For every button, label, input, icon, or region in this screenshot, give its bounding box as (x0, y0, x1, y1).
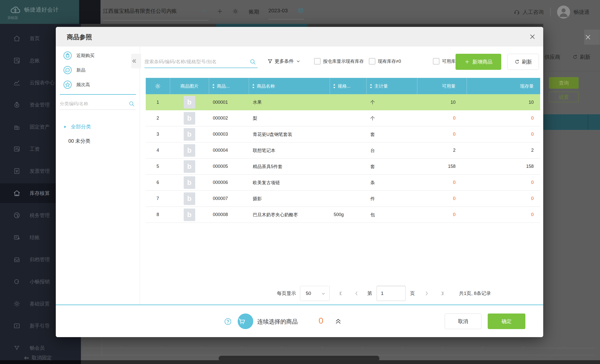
pin-collapse-icon (23, 355, 30, 361)
username[interactable]: 畅捷通 (574, 9, 589, 16)
checkbox[interactable] (369, 58, 375, 65)
column-header-name[interactable]: 商品名称 (249, 78, 330, 94)
add-product-button[interactable]: 新增商品 (456, 54, 501, 70)
company-selector[interactable]: 江西服宝精品有限责任公司内账 (103, 8, 209, 20)
product-spec (330, 126, 366, 142)
category-search-input[interactable] (60, 98, 136, 110)
sidebar-item-icon (13, 278, 21, 285)
first-page-button[interactable] (338, 290, 345, 297)
help-icon[interactable] (224, 317, 232, 326)
checkbox[interactable] (314, 58, 321, 65)
confirm-button[interactable]: 确定 (488, 314, 525, 329)
product-image-placeholder: b (184, 96, 195, 109)
sidebar-item-label: 库存核算 (30, 190, 50, 197)
product-name: 欧美复古项链 (249, 175, 330, 190)
topbar-gap (79, 0, 101, 24)
sidebar-item-icon (13, 322, 21, 330)
cloud-logo-icon (10, 5, 21, 16)
refresh-button[interactable]: 刷新 (507, 54, 539, 70)
table-row[interactable]: 2 b 000002 梨 个 0 0 (146, 110, 540, 126)
unpin-button[interactable]: 取消固定 (23, 354, 52, 361)
close-icon (584, 33, 592, 41)
gear-icon[interactable] (155, 83, 161, 89)
background-close-button[interactable] (584, 30, 600, 45)
cart-button[interactable] (238, 314, 253, 329)
period-picker[interactable]: 2023-03 (268, 8, 304, 19)
column-header-onhand[interactable]: 现存量 (467, 78, 540, 94)
refresh-label: 刷新 (522, 59, 532, 65)
product-unit: 件 (366, 191, 417, 206)
table-row[interactable]: 3 b 000003 青花瓷U盘钢笔套装 套 0 0 (146, 126, 540, 142)
filter-checkbox[interactable]: 可用库 (433, 58, 456, 65)
table-row[interactable]: 5 b 000005 精品茶具5件套 套 158 158 (146, 159, 540, 175)
consult-link[interactable]: 人工咨询 (523, 9, 544, 16)
product-image-placeholder: b (184, 192, 195, 205)
quick-filter-item[interactable]: new 新品 (62, 65, 140, 76)
table-row[interactable]: 6 b 000006 欧美复古项链 条 0 0 (146, 175, 540, 191)
search-icon[interactable] (128, 100, 135, 107)
sidebar-item-icon (13, 35, 21, 42)
screen: 畅捷通好会计 旗舰版 江西服宝精品有限责任公司内账 账期 2023-03 人工咨… (0, 0, 600, 364)
available-qty: 0 (417, 191, 467, 206)
table-row[interactable]: 1 b 000001 水果 个 10 10 (146, 94, 540, 110)
sidebar-item-label: 归档管理 (30, 256, 50, 263)
column-header-unit[interactable]: 主计量 (366, 78, 417, 94)
category-tree-child[interactable]: 00 未分类 (68, 138, 140, 144)
panel-collapse-button[interactable] (131, 54, 141, 68)
dialog-close-icon[interactable] (529, 33, 536, 40)
add-account-icon[interactable] (217, 8, 223, 15)
product-name: 巴旦木奶枣夹心奶酪枣 (249, 207, 330, 223)
double-chevron-left-icon (131, 58, 137, 64)
quick-filter-item[interactable]: 近期购买 (62, 50, 140, 61)
product-image-placeholder: b (184, 144, 195, 157)
background-refresh-button[interactable]: 刷新 (572, 54, 590, 61)
sidebar-item-label: 新手引导 (30, 323, 50, 329)
category-tree-root[interactable]: 全部分类 (63, 123, 140, 130)
sidebar-item-label: 首页 (30, 35, 40, 42)
background-settings-button[interactable]: 设置 (549, 92, 579, 102)
table-row[interactable]: 8 b 000008 巴旦木奶枣夹心奶酪枣 500g 包 0 0 (146, 207, 540, 223)
sort-icon[interactable] (212, 84, 215, 89)
filter-checkbox[interactable]: 现有库存≠0 (369, 58, 401, 65)
prev-page-button[interactable] (353, 290, 360, 297)
filter-checkbox[interactable]: 按仓库显示现有库存 (314, 58, 364, 65)
page-input[interactable] (377, 286, 406, 301)
per-page-select[interactable]: 50 (300, 286, 330, 301)
sort-icon[interactable] (370, 84, 372, 89)
per-page-value: 50 (306, 291, 311, 296)
product-code: 000001 (209, 94, 249, 110)
sidebar-item[interactable]: 畅会员 (0, 340, 81, 355)
selected-label: 连续选择的商品 (257, 318, 298, 326)
column-header-image[interactable]: 商品图片 (170, 78, 209, 94)
column-header-code[interactable]: 商品... (209, 78, 249, 94)
next-page-button[interactable] (423, 290, 430, 297)
sidebar-item-icon (13, 212, 21, 219)
sort-icon[interactable] (252, 84, 255, 89)
table-row[interactable]: 7 b 000007 摄影 件 0 0 (146, 191, 540, 207)
topbar-divider (550, 8, 551, 17)
avatar[interactable] (557, 6, 570, 19)
quick-filter-label: 频次高 (76, 82, 90, 88)
product-unit: 套 (366, 159, 417, 174)
onhand-qty: 0 (467, 110, 540, 126)
table-row[interactable]: 4 b 000004 联想笔记本 台 2 2 (146, 142, 540, 159)
sidebar-item-label: 发票管理 (30, 168, 50, 175)
page-suffix: 页 (410, 290, 415, 297)
product-name: 联想笔记本 (249, 142, 330, 158)
product-image-placeholder: b (184, 128, 195, 141)
checkbox[interactable] (433, 58, 439, 65)
caret-right-icon[interactable] (63, 125, 67, 129)
column-header-available[interactable]: 可用量 (417, 78, 467, 94)
double-chevron-up-icon[interactable] (334, 317, 342, 325)
column-settings-header[interactable] (146, 78, 170, 94)
product-code: 000004 (209, 142, 249, 158)
account-settings-icon[interactable] (232, 8, 239, 15)
product-spec (330, 159, 366, 174)
last-page-button[interactable] (438, 290, 445, 297)
column-header-spec[interactable]: 规格... (330, 78, 366, 94)
sort-icon[interactable] (333, 84, 336, 89)
quick-filter-item[interactable]: 频次高 (62, 79, 140, 90)
cancel-button[interactable]: 取消 (445, 314, 481, 329)
sidebar-item-icon (13, 189, 21, 197)
background-query-button[interactable]: 查询 (549, 77, 579, 89)
